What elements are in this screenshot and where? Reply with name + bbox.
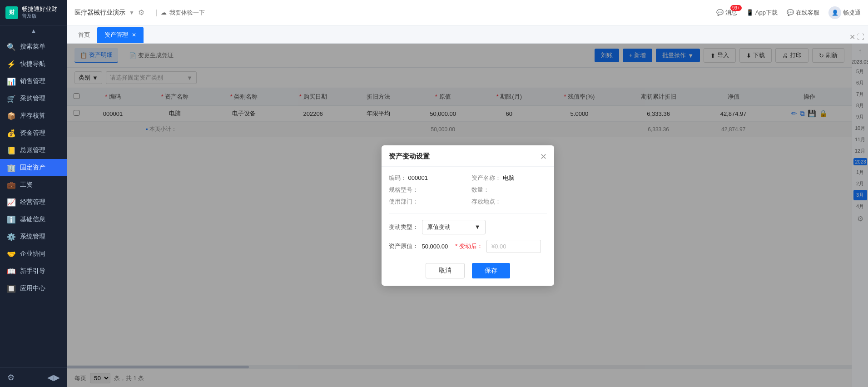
sidebar-item-search[interactable]: 🔍 搜索菜单	[0, 38, 67, 55]
sidebar-item-purchase[interactable]: 🛒 采购管理	[0, 90, 67, 107]
online-service-label: 在线客服	[796, 9, 819, 17]
messages-badge: 99+	[730, 5, 742, 11]
sidebar-item-label-ledger: 总账管理	[20, 146, 45, 154]
dialog-original-value: 50,000.00	[422, 243, 448, 250]
sidebar-item-sales[interactable]: 📊 销售管理	[0, 73, 67, 90]
dialog-close-btn[interactable]: ✕	[540, 152, 547, 162]
sidebar-item-label-assets: 固定资产	[20, 164, 45, 172]
dialog-after-label: * 变动后：	[455, 242, 483, 250]
dialog-amount-row: 资产原值： 50,000.00 * 变动后：	[389, 240, 547, 253]
tab-home-label: 首页	[78, 31, 90, 39]
company-settings-icon[interactable]: ⚙	[138, 8, 144, 17]
service-icon: 💬	[787, 9, 794, 16]
dialog-after-input[interactable]	[486, 240, 541, 253]
sidebar-item-label-inventory: 库存核算	[20, 112, 45, 120]
tab-close-icon[interactable]: ✕	[132, 32, 136, 38]
dialog-dept: 使用部门：	[389, 198, 464, 206]
main: 医疗器械行业演示 ▼ ⚙ | ☁ 我要体验一下 💬 消息 99+ 📱 App下载…	[67, 0, 868, 387]
dialog-info-grid: 编码： 000001 资产名称： 电脑 规格型号： 数量：	[389, 174, 547, 206]
dialog-original-label: 资产原值：	[389, 242, 418, 250]
ledger-icon: 📒	[7, 146, 15, 154]
assets-icon: 🏢	[7, 164, 15, 172]
sidebar-item-funds[interactable]: 💰 资金管理	[0, 124, 67, 142]
dialog-name: 资产名称： 电脑	[471, 174, 547, 182]
sidebar-item-label-apps: 应用中心	[20, 284, 45, 293]
quicknav-icon: ⚡	[7, 60, 15, 68]
app-download-btn[interactable]: 📱 App下载	[746, 9, 778, 17]
download-icon: 📱	[746, 9, 754, 16]
experience-btn[interactable]: ☁ 我要体验一下	[161, 9, 205, 17]
sidebar-item-operations[interactable]: 📈 经营管理	[0, 194, 67, 211]
message-icon: 💬	[716, 9, 724, 16]
sidebar-item-system[interactable]: ⚙️ 系统管理	[0, 228, 67, 245]
dialog-code-label: 编码：	[389, 174, 407, 182]
company-dropdown-icon[interactable]: ▼	[129, 10, 134, 16]
divider: |	[155, 9, 157, 17]
dialog-change-type-arrow: ▼	[475, 223, 481, 230]
dialog-change-type-row: 变动类型： 原值变动 ▼	[389, 220, 547, 234]
sidebar: 财 畅捷通好业财 普及版 ▲ 🔍 搜索菜单 ⚡ 快捷导航 📊 销售管理 🛒 采购…	[0, 0, 67, 387]
sidebar-item-label-sales: 销售管理	[20, 77, 45, 85]
sidebar-bottom: ⚙ ◀▶	[0, 367, 67, 387]
dialog-spec: 规格型号：	[389, 186, 464, 194]
purchase-icon: 🛒	[7, 94, 15, 103]
asset-change-dialog: 资产变动设置 ✕ 编码： 000001 资产名称： 电脑	[382, 145, 554, 286]
messages-btn[interactable]: 💬 消息 99+	[716, 9, 737, 17]
sidebar-item-ledger[interactable]: 📒 总账管理	[0, 142, 67, 159]
dialog-location-label: 存放地点：	[471, 198, 501, 206]
operations-icon: 📈	[7, 198, 15, 206]
content-area: 📋 资产明细 📄 变更生成凭证 刘账 + 新增	[67, 44, 868, 387]
settings-icon[interactable]: ⚙	[7, 372, 15, 382]
dialog-spec-label: 规格型号：	[389, 186, 418, 194]
experience-label: 我要体验一下	[169, 9, 205, 17]
minimize-btn[interactable]: ✕	[849, 33, 855, 41]
sidebar-item-basic[interactable]: ℹ️ 基础信息	[0, 211, 67, 228]
company-name: 医疗器械行业演示	[74, 9, 125, 17]
sidebar-nav: 🔍 搜索菜单 ⚡ 快捷导航 📊 销售管理 🛒 采购管理 📦 库存核算 💰 资金管…	[0, 36, 67, 367]
online-service-btn[interactable]: 💬 在线客服	[787, 9, 819, 17]
dialog-overlay: 资产变动设置 ✕ 编码： 000001 资产名称： 电脑	[67, 44, 868, 387]
tabbar: 首页 资产管理 ✕ ✕ ⛶	[67, 25, 868, 44]
dialog-change-type-select[interactable]: 原值变动 ▼	[422, 220, 486, 234]
dialog-name-value: 电脑	[503, 174, 515, 182]
sidebar-item-guide[interactable]: 📖 新手引导	[0, 263, 67, 280]
sidebar-item-quicknav[interactable]: ⚡ 快捷导航	[0, 55, 67, 73]
tab-asset-label: 资产管理	[104, 31, 128, 39]
tab-home[interactable]: 首页	[71, 27, 97, 43]
dialog-title: 资产变动设置	[389, 152, 430, 161]
avatar: 👤	[828, 6, 841, 19]
payroll-icon: 💼	[7, 181, 15, 189]
sidebar-item-apps[interactable]: 🔲 应用中心	[0, 280, 67, 297]
dialog-change-type-label: 变动类型：	[389, 223, 418, 231]
logo-icon: 财	[5, 6, 18, 19]
inventory-icon: 📦	[7, 112, 15, 120]
sidebar-item-label-search: 搜索菜单	[20, 43, 45, 51]
sidebar-scroll-up[interactable]: ▲	[0, 25, 67, 36]
sidebar-item-enterprise[interactable]: 🤝 企业协同	[0, 245, 67, 263]
sidebar-logo: 财 畅捷通好业财 普及版	[0, 0, 67, 25]
dialog-dept-label: 使用部门：	[389, 198, 418, 206]
dialog-actions: 取消 保存	[389, 259, 547, 278]
logo-text-block: 畅捷通好业财 普及版	[22, 5, 57, 20]
sidebar-item-label-guide: 新手引导	[20, 267, 45, 275]
dialog-body: 编码： 000001 资产名称： 电脑 规格型号： 数量：	[382, 167, 554, 286]
collapse-icon[interactable]: ◀▶	[47, 372, 60, 382]
apps-icon: 🔲	[7, 284, 15, 293]
dialog-location: 存放地点：	[471, 198, 547, 206]
dialog-save-btn[interactable]: 保存	[472, 263, 510, 278]
dialog-name-label: 资产名称：	[471, 174, 501, 182]
sidebar-item-assets[interactable]: 🏢 固定资产	[0, 159, 67, 176]
dialog-divider	[389, 213, 547, 213]
funds-icon: 💰	[7, 129, 15, 137]
dialog-cancel-btn[interactable]: 取消	[426, 263, 465, 278]
basic-icon: ℹ️	[7, 215, 15, 223]
maximize-btn[interactable]: ⛶	[857, 33, 864, 41]
sidebar-item-payroll[interactable]: 💼 工资	[0, 176, 67, 194]
window-controls: ✕ ⛶	[849, 33, 864, 43]
dialog-header: 资产变动设置 ✕	[382, 145, 554, 167]
app-download-label: App下载	[755, 9, 778, 17]
user-btn[interactable]: 👤 畅捷通	[828, 6, 861, 19]
sidebar-item-label-purchase: 采购管理	[20, 94, 45, 103]
sidebar-item-inventory[interactable]: 📦 库存核算	[0, 107, 67, 124]
tab-asset-management[interactable]: 资产管理 ✕	[97, 27, 144, 43]
